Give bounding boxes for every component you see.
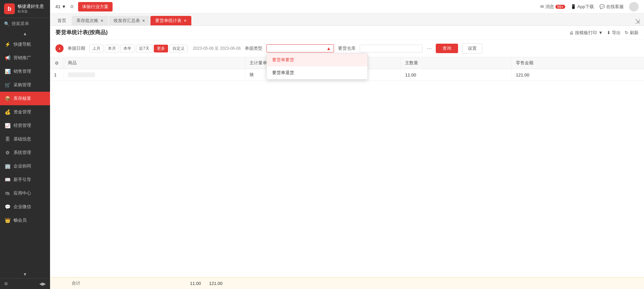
app-name: 畅捷通好生意 bbox=[18, 4, 44, 9]
refresh-action[interactable]: ↻ 刷新 bbox=[625, 30, 639, 36]
tab-shoufa-cun-close[interactable]: ✕ bbox=[142, 19, 145, 23]
row-index: 1 bbox=[50, 69, 64, 81]
store-selector[interactable]: 41 ▼ bbox=[55, 4, 66, 9]
sidebar-item-wechat[interactable]: 💬 企业微信 bbox=[0, 200, 50, 214]
date-btn-zidingyi[interactable]: 自定义 bbox=[169, 45, 188, 52]
dropdown-item-tuihuo[interactable]: 要货单退货 bbox=[267, 66, 367, 79]
jingying-icon: 📈 bbox=[4, 122, 11, 129]
messages-icon: ✉ bbox=[540, 4, 544, 9]
col-quantity-label: 主数量 bbox=[405, 60, 418, 65]
top-header-left: 41 ▼ ⚙ 体验行业方案 bbox=[55, 2, 113, 12]
yingyong-label: 应用中心 bbox=[14, 190, 31, 196]
sidebar-footer: ⚙ ◀▶ bbox=[0, 278, 50, 289]
tab-home[interactable]: 首页 bbox=[53, 16, 71, 25]
col-product-label: 商品 bbox=[68, 60, 77, 65]
sidebar-item-qiye[interactable]: 🏢 企业协同 bbox=[0, 159, 50, 173]
sidebar-item-jingying[interactable]: 📈 经营管理 bbox=[0, 119, 50, 132]
date-btn-bennian[interactable]: 本年 bbox=[120, 45, 135, 52]
messages-label: 消息 bbox=[545, 4, 554, 10]
sidebar-item-xiaoshou[interactable]: 📊 销售管理 bbox=[0, 65, 50, 78]
user-avatar[interactable] bbox=[629, 2, 639, 12]
xinshou-icon: 📖 bbox=[4, 176, 11, 183]
date-btn-benyue[interactable]: 本月 bbox=[105, 45, 119, 52]
sidebar-item-kucun[interactable]: 📦 库存核算 bbox=[0, 92, 50, 105]
sidebar-item-yingyong[interactable]: 🛍 应用中心 bbox=[0, 186, 50, 200]
caigou-icon: 🛒 bbox=[4, 82, 11, 88]
tab-expand-btn[interactable]: ⇲ bbox=[633, 17, 641, 25]
col-retail-amount: 零售金额 bbox=[511, 57, 644, 69]
sidebar-scroll-up[interactable]: ▲ bbox=[0, 29, 50, 38]
warehouse-filter-label: 要货仓库 bbox=[338, 45, 356, 51]
sidebar-item-kuaijie[interactable]: ⚡ 快捷导航 bbox=[0, 38, 50, 51]
sidebar-item-zijin[interactable]: 💰 资金管理 bbox=[0, 105, 50, 119]
print-icon: 🖨 bbox=[569, 30, 574, 35]
table-footer: 合计 11.00 121.00 bbox=[50, 277, 644, 289]
sidebar-item-huiyuan[interactable]: 👑 畅会员 bbox=[0, 214, 50, 227]
zijin-icon: 💰 bbox=[4, 109, 11, 115]
tab-kucun-pici-label: 库存批次账 bbox=[76, 18, 98, 24]
warehouse-input[interactable] bbox=[360, 45, 423, 52]
sidebar-nav: ⚡ 快捷导航 📢 营销推广 📊 销售管理 🛒 采购管理 📦 库存核算 💰 资金管… bbox=[0, 38, 50, 270]
print-label: 按模板打印 bbox=[575, 30, 597, 36]
messages-action[interactable]: ✉ 消息 99+ bbox=[540, 4, 565, 10]
sidebar-item-xinshou[interactable]: 📖 新手引导 bbox=[0, 173, 50, 186]
tab-shoufa-cun[interactable]: 收发存汇总表 ✕ bbox=[109, 16, 150, 25]
huiyuan-label: 畅会员 bbox=[14, 217, 27, 223]
sidebar-search[interactable]: 🔍 搜索菜单 bbox=[0, 18, 50, 29]
tab-shoufa-cun-label: 收发存汇总表 bbox=[114, 18, 140, 24]
dropdown-item-yaohuo[interactable]: 要货单要货 bbox=[267, 53, 367, 66]
caigou-label: 采购管理 bbox=[14, 82, 31, 88]
main-content: 41 ▼ ⚙ 体验行业方案 ✉ 消息 99+ 📱 App下载 💬 在线客服 bbox=[50, 0, 644, 289]
kucun-icon: 📦 bbox=[4, 95, 11, 102]
tab-kucun-pici-close[interactable]: ✕ bbox=[100, 19, 103, 23]
app-download-action[interactable]: 📱 App下载 bbox=[571, 4, 594, 10]
app-download-label: App下载 bbox=[577, 4, 594, 10]
header-settings-icon[interactable]: ⚙ bbox=[70, 4, 74, 9]
date-btn-jin7tian[interactable]: 近7天 bbox=[136, 45, 152, 52]
online-service-icon: 💬 bbox=[599, 4, 605, 9]
store-name: 41 bbox=[55, 4, 60, 9]
trial-btn[interactable]: 体验行业方案 bbox=[78, 2, 113, 12]
row-retail-amount: 121.00 bbox=[511, 69, 644, 81]
search-label: 搜索菜单 bbox=[11, 21, 29, 27]
sidebar-item-yingxiao[interactable]: 📢 营销推广 bbox=[0, 51, 50, 65]
settings-btn[interactable]: 设置 bbox=[462, 43, 482, 53]
page-actions: 🖨 按模板打印 ▼ ⬇ 导出 ↻ 刷新 bbox=[569, 30, 639, 36]
sidebar-collapse-icon[interactable]: ◀▶ bbox=[39, 281, 46, 286]
type-filter-wrapper: ▲ 要货单要货 要货单退货 bbox=[266, 44, 334, 52]
export-action[interactable]: ⬇ 导出 bbox=[607, 30, 621, 36]
qiye-label: 企业协同 bbox=[14, 163, 31, 169]
xiaoshou-label: 销售管理 bbox=[14, 68, 31, 74]
tab-yaohuo-tongji-close[interactable]: ✕ bbox=[184, 19, 187, 23]
refresh-label: 刷新 bbox=[630, 30, 639, 36]
page-title-bar: 要货单统计表(按商品) 🖨 按模板打印 ▼ ⬇ 导出 ↻ 刷新 bbox=[50, 26, 644, 40]
row-quantity: 11.00 bbox=[401, 69, 512, 81]
col-retail-amount-label: 零售金额 bbox=[516, 60, 533, 65]
filter-more-icon[interactable]: ··· bbox=[427, 45, 432, 52]
dropdown-item-tuihuo-label: 要货单退货 bbox=[272, 70, 294, 75]
tab-kucun-pici[interactable]: 库存批次账 ✕ bbox=[72, 16, 108, 25]
table-settings-icon[interactable]: ⚙ bbox=[55, 61, 59, 66]
sidebar-settings-icon[interactable]: ⚙ bbox=[4, 281, 8, 286]
xitong-icon: ⚙ bbox=[4, 149, 11, 156]
online-service-action[interactable]: 💬 在线客服 bbox=[599, 4, 624, 10]
sidebar-item-jichu[interactable]: 🗄 基础信息 bbox=[0, 132, 50, 146]
kuaijie-icon: ⚡ bbox=[4, 41, 11, 48]
tab-bar: 首页 库存批次账 ✕ 收发存汇总表 ✕ 要货单统计表 ✕ ⇲ bbox=[50, 14, 644, 26]
type-select[interactable]: ▲ bbox=[266, 44, 334, 52]
footer-label: 合计 bbox=[68, 280, 85, 286]
type-chevron-up-icon[interactable]: ▲ bbox=[326, 46, 331, 51]
sidebar-item-xitong[interactable]: ⚙ 系统管理 bbox=[0, 146, 50, 159]
date-btn-shangyue[interactable]: 上月 bbox=[89, 45, 103, 52]
query-btn[interactable]: 查询 bbox=[436, 44, 458, 53]
date-btn-more[interactable]: 更多 bbox=[154, 45, 168, 52]
type-input[interactable] bbox=[269, 46, 326, 51]
xinshou-label: 新手引导 bbox=[14, 177, 31, 183]
sidebar-item-caigou[interactable]: 🛒 采购管理 bbox=[0, 78, 50, 92]
print-dropdown-icon: ▼ bbox=[598, 30, 603, 35]
filter-expand-btn[interactable]: › bbox=[55, 44, 64, 52]
sidebar-logo: b 畅捷通好生意 标准版 bbox=[0, 0, 50, 18]
tab-yaohuo-tongji[interactable]: 要货单统计表 ✕ bbox=[150, 16, 191, 25]
sidebar-scroll-down[interactable]: ▼ bbox=[0, 270, 50, 278]
print-action[interactable]: 🖨 按模板打印 ▼ bbox=[569, 30, 603, 36]
